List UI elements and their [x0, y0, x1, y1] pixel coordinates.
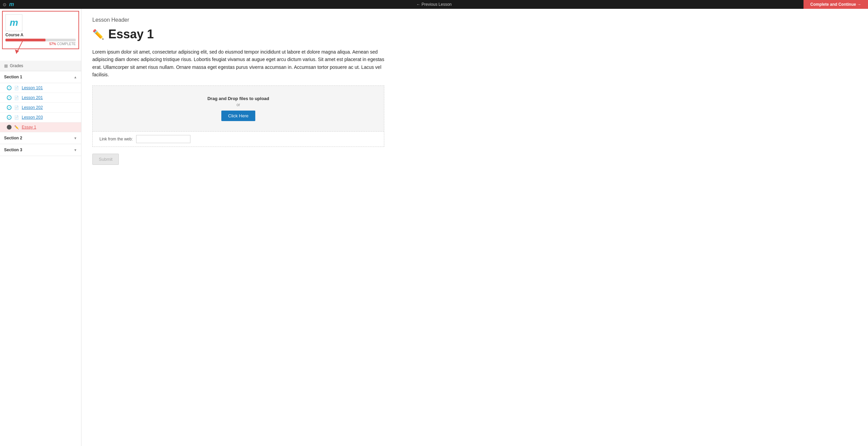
- lesson-item-203[interactable]: 📄 Lesson 203: [0, 113, 81, 122]
- complete-continue-area[interactable]: Complete and Continue →: [804, 0, 868, 9]
- doc-icon-202: 📄: [14, 105, 19, 110]
- lesson-check-201: [7, 95, 12, 100]
- course-title: Course A: [5, 33, 76, 37]
- pencil-icon-essay1: ✏️: [14, 125, 19, 130]
- prev-lesson-button[interactable]: ← Previous Lesson: [416, 2, 451, 7]
- section-header-2[interactable]: Section 2 ▼: [0, 132, 81, 144]
- top-bar-left: ⊙ m: [0, 1, 14, 7]
- progress-text: 57% COMPLETE: [5, 42, 76, 46]
- top-bar-center: ← Previous Lesson: [416, 2, 451, 7]
- link-input[interactable]: [136, 135, 190, 143]
- doc-icon-201: 📄: [14, 96, 19, 100]
- top-bar: ⊙ m ← Previous Lesson Complete and Conti…: [0, 0, 868, 9]
- lesson-check-essay1: [7, 125, 12, 130]
- sidebar: m Course A 57% COMPLETE ▦ Grades: [0, 9, 81, 446]
- essay-title: Essay 1: [108, 27, 154, 41]
- course-logo: m: [5, 14, 22, 31]
- section-1-chevron: ▲: [74, 75, 77, 79]
- course-logo-letter: m: [10, 17, 18, 28]
- grades-label: Grades: [10, 63, 23, 68]
- lesson-header-title: Lesson Header: [92, 17, 857, 23]
- section-1-label: Section 1: [4, 75, 22, 79]
- lesson-name-201: Lesson 201: [22, 95, 43, 100]
- doc-icon-203: 📄: [14, 115, 19, 120]
- pencil-large-icon: ✏️: [92, 29, 104, 40]
- essay-body: Lorem ipsum dolor sit amet, consectetur …: [92, 48, 384, 79]
- doc-icon-101: 📄: [14, 86, 19, 90]
- section-2-label: Section 2: [4, 136, 22, 140]
- upload-inner[interactable]: Drag and Drop files to upload or Click H…: [93, 86, 384, 132]
- upload-box: Drag and Drop files to upload or Click H…: [92, 85, 384, 147]
- lesson-name-essay1: Essay 1: [22, 125, 36, 130]
- svg-marker-1: [15, 50, 19, 54]
- grades-icon: ▦: [4, 63, 8, 68]
- progress-bar-container: [5, 39, 76, 41]
- submit-button[interactable]: Submit: [92, 154, 119, 165]
- lesson-check-101: [7, 85, 12, 90]
- lesson-check-203: [7, 115, 12, 120]
- click-here-button[interactable]: Click Here: [221, 111, 255, 121]
- globe-icon: ⊙: [3, 2, 6, 7]
- progress-complete-label: COMPLETE: [57, 42, 76, 46]
- upload-drag-text: Drag and Drop files to upload: [103, 96, 374, 101]
- progress-bar-fill: [5, 39, 45, 41]
- lesson-check-202: [7, 105, 12, 110]
- section-3-label: Section 3: [4, 148, 22, 152]
- main-layout: m Course A 57% COMPLETE ▦ Grades: [0, 9, 868, 446]
- section-3-chevron: ▼: [74, 148, 77, 152]
- lesson-item-202[interactable]: 📄 Lesson 202: [0, 103, 81, 113]
- lesson-item-essay1[interactable]: ✏️ Essay 1: [0, 122, 81, 132]
- grades-row[interactable]: ▦ Grades: [0, 61, 81, 71]
- lesson-name-202: Lesson 202: [22, 105, 43, 110]
- lesson-name-203: Lesson 203: [22, 115, 43, 120]
- upload-or-text: or: [103, 102, 374, 107]
- lesson-item-201[interactable]: 📄 Lesson 201: [0, 93, 81, 103]
- lesson-name-101: Lesson 101: [22, 85, 43, 90]
- essay-title-row: ✏️ Essay 1: [92, 27, 857, 41]
- complete-continue-button[interactable]: Complete and Continue →: [810, 2, 861, 7]
- section-header-3[interactable]: Section 3 ▼: [0, 144, 81, 156]
- section-2-chevron: ▼: [74, 136, 77, 140]
- section-header-1[interactable]: Section 1 ▲: [0, 71, 81, 83]
- link-row: Link from the web:: [93, 132, 384, 147]
- lesson-item-101[interactable]: 📄 Lesson 101: [0, 83, 81, 93]
- content-area: Lesson Header ✏️ Essay 1 Lorem ipsum dol…: [81, 9, 868, 446]
- link-label: Link from the web:: [99, 137, 133, 141]
- course-header-box: m Course A 57% COMPLETE: [2, 11, 79, 49]
- progress-percent: 57%: [49, 42, 56, 46]
- top-bar-logo: m: [9, 1, 14, 7]
